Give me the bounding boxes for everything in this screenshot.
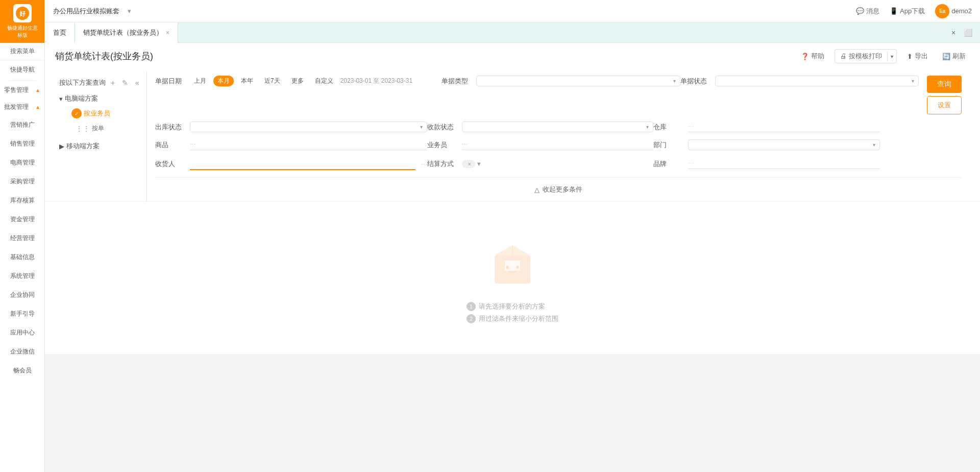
sidebar-item-retail[interactable]: 零售管理 ▲: [0, 82, 44, 99]
tab-sales-stats[interactable]: 销货单统计表（按业务员） ×: [75, 22, 178, 43]
window-close-btn[interactable]: ×: [947, 27, 960, 39]
warehouse-filter: 仓库 ···: [653, 122, 880, 132]
sidebar-item-operations[interactable]: 经营管理: [0, 229, 44, 248]
retail-arrow: ▲: [35, 87, 40, 93]
sidebar-item-appstore[interactable]: 应用中心: [0, 323, 44, 342]
print-dropdown-btn[interactable]: ▾: [887, 52, 896, 61]
doc-status-arrow: ▾: [912, 78, 914, 84]
search-menu[interactable]: 搜索菜单: [0, 43, 44, 60]
topbar-dropdown-icon[interactable]: ▾: [128, 7, 131, 15]
main-area: 办公用品行业模拟账套 ▾ 💬 消息 📱 App下载 Ea demo2 首页: [45, 0, 980, 472]
filter-row-3: 商品 ··· 业务员 ··· 部门: [155, 139, 962, 150]
refresh-label: 刷新: [952, 52, 966, 61]
date-7days[interactable]: 近7天: [260, 76, 284, 86]
out-status-select[interactable]: ▾: [190, 122, 427, 132]
divider-1: [9, 80, 35, 81]
tab-home[interactable]: 首页: [45, 22, 75, 43]
sidebar-item-inventory[interactable]: 库存核算: [0, 191, 44, 210]
settlement-tag-close[interactable]: ×: [468, 161, 471, 167]
app-download-btn[interactable]: 📱 App下载: [890, 7, 925, 16]
active-scheme-icon: ✓: [71, 108, 82, 119]
scheme-item-salesperson[interactable]: ✓ 按业务员: [59, 105, 142, 122]
edit-scheme-btn[interactable]: ✎: [120, 78, 130, 88]
header-actions: ❓ 帮助 🖨 按模板打印 ▾ ⬆ 导出: [797, 49, 970, 63]
svg-text:好: 好: [19, 10, 26, 17]
sidebar-item-enterprise[interactable]: 企业协同: [0, 286, 44, 304]
sidebar-item-marketing[interactable]: 营销推广: [0, 115, 44, 134]
empty-state-content: 1 请先选择要分析的方案 2 用过滤条件来缩小分析范围: [467, 232, 558, 323]
window-restore-btn[interactable]: ⬜: [962, 27, 974, 39]
date-this-month[interactable]: 本月: [213, 76, 234, 86]
quick-nav-label: 快捷导航: [10, 65, 35, 74]
empty-tip-2: 2 用过滤条件来缩小分析范围: [467, 314, 558, 323]
settings-btn[interactable]: 设置: [927, 96, 962, 114]
salesperson-dots[interactable]: ···: [462, 140, 468, 148]
receipt-status-filter: 收款状态 ▾: [427, 122, 654, 132]
desktop-scheme-header[interactable]: ▾ 电脑端方案: [59, 92, 142, 105]
sidebar-item-system[interactable]: 系统管理: [0, 267, 44, 286]
salesperson-filter: 业务员 ···: [427, 140, 654, 150]
message-btn[interactable]: 💬 消息: [856, 7, 879, 16]
print-btn-group: 🖨 按模板打印 ▾: [835, 49, 897, 63]
doc-status-select[interactable]: ▾: [715, 76, 919, 86]
search-menu-label[interactable]: 搜索菜单: [10, 48, 35, 55]
refresh-btn[interactable]: 🔄 刷新: [938, 50, 970, 63]
doc-status-label: 单据状态: [680, 77, 711, 86]
date-custom[interactable]: 自定义: [311, 76, 337, 86]
receiver-input[interactable]: [190, 157, 415, 170]
sidebar-item-finance[interactable]: 资金管理: [0, 210, 44, 229]
filter-row-1: 单据日期 上月 本月 本年 近7天 更多 自定义 2023-03-01 至 20…: [155, 72, 962, 114]
sidebar-item-purchase[interactable]: 采购管理: [0, 172, 44, 191]
sidebar-item-wholesale[interactable]: 批发管理 ▲: [0, 99, 44, 115]
tab-close-btn[interactable]: ×: [166, 29, 169, 36]
mobile-scheme-header[interactable]: ▶ 移动端方案: [59, 139, 142, 153]
user-profile[interactable]: Ea demo2: [935, 4, 972, 18]
receipt-status-label: 收款状态: [427, 123, 458, 132]
appstore-label: 应用中心: [10, 328, 35, 337]
warehouse-input-area[interactable]: ···: [688, 122, 880, 132]
sidebar-item-basic[interactable]: 基础信息: [0, 248, 44, 267]
sidebar-item-sales[interactable]: 销售管理: [0, 134, 44, 153]
brand-dots[interactable]: ···: [688, 159, 694, 167]
date-this-year[interactable]: 本年: [237, 76, 257, 86]
inventory-label: 库存核算: [10, 196, 35, 205]
message-icon: 💬: [856, 7, 864, 15]
receiver-filter: 收货人 ···: [155, 157, 427, 170]
department-select[interactable]: ▾: [688, 139, 880, 150]
sidebar-item-ecommerce[interactable]: 电商管理: [0, 153, 44, 172]
date-last-month[interactable]: 上月: [190, 76, 210, 86]
sidebar-item-wechat[interactable]: 企业微信: [0, 342, 44, 361]
system-label: 系统管理: [10, 272, 35, 280]
page-title: 销货单统计表(按业务员): [55, 50, 797, 62]
collapse-panel-btn[interactable]: «: [132, 78, 142, 88]
receiver-dots[interactable]: ···: [422, 160, 427, 168]
print-main-btn[interactable]: 🖨 按模板打印: [835, 50, 887, 63]
sidebar-quick-nav[interactable]: 快捷导航: [0, 60, 44, 79]
receipt-status-select[interactable]: ▾: [462, 122, 654, 132]
tip-2-num: 2: [467, 314, 476, 323]
sidebar-item-newuser[interactable]: 新手引导: [0, 304, 44, 323]
query-btn[interactable]: 查询: [927, 76, 962, 93]
page-header-area: 销货单统计表(按业务员) ❓ 帮助 🖨 按模板打印 ▾ ⬆: [45, 43, 980, 201]
warehouse-dots[interactable]: ···: [688, 122, 694, 130]
collapse-btn[interactable]: △ 收起更多条件: [531, 182, 585, 197]
goods-input-area[interactable]: ···: [190, 140, 427, 150]
logo-icon: 好: [13, 4, 32, 22]
scheme-sub-item-order[interactable]: ⋮⋮ 按单: [59, 122, 142, 135]
add-scheme-btn[interactable]: +: [108, 78, 118, 88]
salesperson-input-area[interactable]: ···: [462, 140, 654, 150]
tip-2-text: 用过滤条件来缩小分析范围: [479, 314, 558, 323]
date-more[interactable]: 更多: [287, 76, 308, 86]
settlement-arrow[interactable]: ▾: [477, 160, 481, 168]
marketing-label: 营销推广: [10, 121, 35, 129]
finance-label: 资金管理: [10, 215, 35, 224]
export-btn[interactable]: ⬆ 导出: [903, 50, 932, 63]
export-label: 导出: [915, 52, 928, 61]
doc-type-select[interactable]: ▾: [476, 76, 680, 86]
out-status-label: 出库状态: [155, 123, 186, 132]
goods-dots[interactable]: ···: [190, 140, 195, 148]
sidebar-item-member[interactable]: 畅会员: [0, 361, 44, 380]
brand-input-area[interactable]: ···: [688, 159, 880, 169]
filter-row-4: 收货人 ··· 结算方式 × ▾: [155, 157, 962, 170]
help-btn[interactable]: ❓ 帮助: [797, 50, 828, 63]
